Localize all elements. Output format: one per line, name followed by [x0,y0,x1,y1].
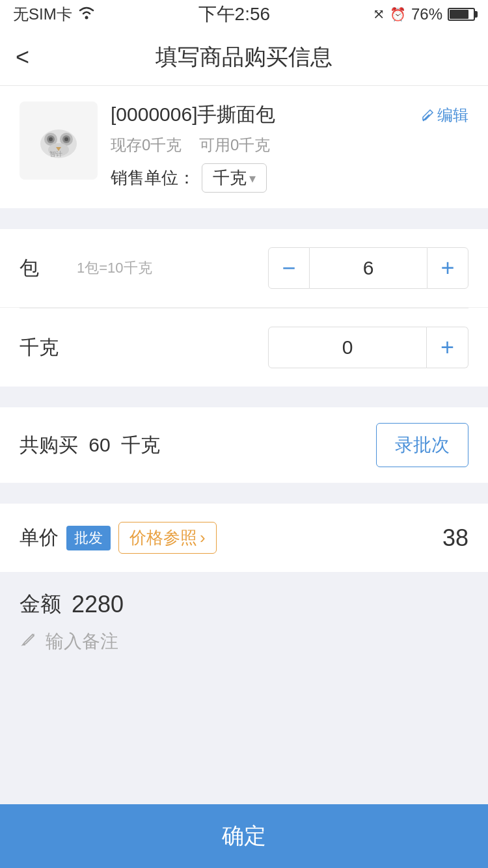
kg-label: 千克 [20,334,72,361]
status-time: 下午2:56 [198,2,271,27]
bag-sub-label: 1包=10千克 [77,258,152,278]
bag-row: 包 1包=10千克 − + [0,229,488,308]
amount-row: 金额 2280 [20,590,468,619]
status-carrier: 无SIM卡 [13,4,96,25]
battery-text: 76% [411,5,442,23]
edit-button[interactable]: 编辑 [420,105,468,126]
unit-label: 销售单位： [111,167,195,189]
note-row[interactable]: 输入备注 [20,629,468,654]
svg-point-0 [85,16,88,20]
edit-icon [420,108,435,122]
separator-2 [0,397,488,407]
wifi-icon [77,5,96,23]
amount-section: 金额 2280 输入备注 [0,572,488,672]
edit-label: 编辑 [437,105,468,126]
bag-qty-control: − + [268,247,468,289]
total-label: 共购买 [20,434,78,455]
stock-current: 现存0千克 [111,136,182,154]
product-stock: 现存0千克 可用0千克 [111,135,468,156]
back-button[interactable]: < [16,44,29,71]
total-text: 共购买 60 千克 [20,432,160,459]
price-ref-arrow: › [200,528,206,548]
product-logo: 智计 [33,121,85,160]
separator-1 [0,219,488,229]
price-tag: 批发 [66,526,111,550]
product-info: [0000006]手撕面包 编辑 现存0千克 可用0千克 销售单位： 千克 ▾ [111,102,468,193]
bag-label: 包 [20,255,72,282]
amount-value: 2280 [72,591,124,618]
bag-plus-button[interactable]: + [427,247,468,289]
bag-qty-input[interactable] [310,247,427,289]
price-label: 单价 [20,524,59,551]
kg-qty-control: + [268,327,468,368]
svg-text:智计: 智计 [49,150,62,157]
amount-label: 金额 [20,590,61,619]
svg-point-6 [49,137,53,141]
unit-select[interactable]: 千克 ▾ [202,163,267,193]
unit-dropdown-icon: ▾ [249,170,256,186]
price-row: 单价 批发 价格参照 › 38 [20,522,468,554]
stock-available: 可用0千克 [199,136,270,154]
carrier-text: 无SIM卡 [13,4,72,25]
kg-plus-button[interactable]: + [427,327,468,368]
price-ref-button[interactable]: 价格参照 › [118,522,217,554]
batch-button[interactable]: 录批次 [376,423,468,467]
kg-qty-input[interactable] [268,327,427,368]
product-image: 智计 [20,102,98,180]
bag-minus-button[interactable]: − [268,247,310,289]
price-section: 单价 批发 价格参照 › 38 [0,504,488,572]
price-ref-label: 价格参照 [129,526,197,549]
total-unit: 千克 [121,434,160,455]
confirm-button[interactable]: 确定 [0,804,488,868]
pencil-icon [20,631,38,653]
price-value: 38 [442,524,468,552]
svg-point-7 [64,137,68,141]
status-bar: 无SIM卡 下午2:56 ⤧ ⏰ 76% [0,0,488,29]
battery-icon [448,8,475,21]
product-name-row: [0000006]手撕面包 编辑 [111,102,468,128]
alarm-icon: ⏰ [390,7,406,22]
form-section: 包 1包=10千克 − + 千克 + [0,229,488,387]
nav-bar: < 填写商品购买信息 [0,29,488,86]
product-card: 智计 [0000006]手撕面包 编辑 现存0千克 可用0千克 销售单位： 千克… [0,86,488,208]
product-unit-row: 销售单位： 千克 ▾ [111,163,468,193]
unit-value: 千克 [213,167,247,189]
note-placeholder[interactable]: 输入备注 [46,629,118,654]
kg-row: 千克 + [0,308,488,387]
confirm-label: 确定 [222,821,266,851]
status-indicators: ⤧ ⏰ 76% [373,5,475,23]
separator-3 [0,493,488,504]
svg-rect-11 [422,114,429,121]
location-icon: ⤧ [373,6,385,23]
product-name: [0000006]手撕面包 [111,102,275,128]
total-qty: 60 [88,434,110,455]
page-title: 填写商品购买信息 [156,42,332,72]
total-section: 共购买 60 千克 录批次 [0,407,488,483]
